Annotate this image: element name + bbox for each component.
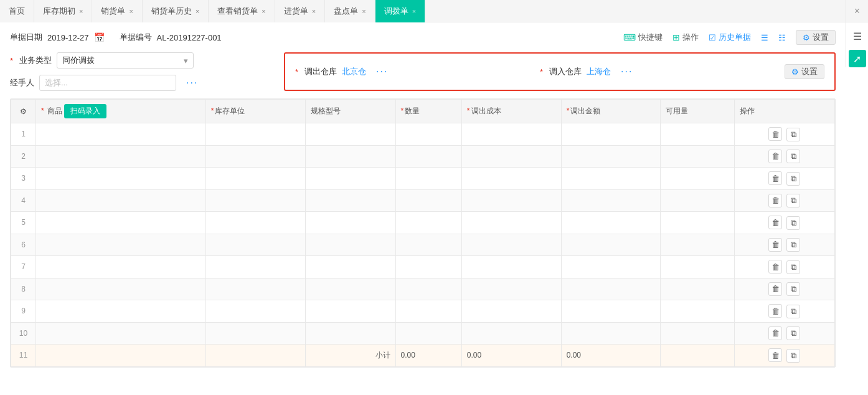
available-cell-8[interactable] [661, 278, 734, 300]
close-inventory-check-icon[interactable]: × [362, 7, 366, 15]
person-more-icon[interactable]: ··· [186, 77, 198, 88]
transfer-cost-cell-4[interactable] [461, 189, 561, 212]
tab-home[interactable]: 首页 [0, 0, 34, 22]
quantity-cell-9[interactable] [395, 300, 461, 323]
transfer-amount-cell-7[interactable] [561, 256, 661, 278]
tab-inventory-init[interactable]: 库存期初 × [34, 0, 92, 22]
transfer-amount-cell-10[interactable] [561, 322, 661, 345]
unit-cell-7[interactable] [205, 256, 305, 278]
spec-cell-10[interactable] [305, 322, 395, 345]
available-cell-5[interactable] [661, 212, 734, 234]
spec-cell-6[interactable] [305, 234, 395, 256]
transfer-amount-cell-6[interactable] [561, 234, 661, 256]
copy-row-icon-4[interactable]: ⧉ [786, 194, 800, 207]
spec-cell-2[interactable] [305, 145, 395, 168]
scan-entry-button[interactable]: 扫码录入 [64, 104, 106, 118]
quantity-cell-6[interactable] [395, 234, 461, 256]
product-cell-6[interactable] [36, 234, 206, 256]
delete-row-icon-9[interactable]: 🗑 [768, 304, 782, 318]
history-button[interactable]: ☑ 历史单据 [709, 32, 751, 43]
tab-sales-history[interactable]: 销货单历史 × [143, 0, 209, 22]
spec-cell-7[interactable] [305, 256, 395, 278]
copy-row-icon-2[interactable]: ⧉ [786, 150, 800, 163]
transfer-cost-cell-6[interactable] [461, 234, 561, 256]
warehouse-settings-button[interactable]: ⚙ 设置 [785, 64, 824, 79]
unit-cell-8[interactable] [205, 278, 305, 300]
transfer-cost-cell-8[interactable] [461, 278, 561, 300]
unit-cell-1[interactable] [205, 123, 305, 146]
tab-view-sales[interactable]: 查看销货单 × [209, 0, 275, 22]
quantity-cell-8[interactable] [395, 278, 461, 300]
transfer-amount-cell-1[interactable] [561, 123, 661, 146]
quantity-cell-5[interactable] [395, 212, 461, 234]
available-cell-10[interactable] [661, 322, 734, 345]
product-cell-5[interactable] [36, 212, 206, 234]
transfer-cost-cell-7[interactable] [461, 256, 561, 278]
transfer-amount-cell-8[interactable] [561, 278, 661, 300]
unit-cell-10[interactable] [205, 322, 305, 345]
copy-row-icon-9[interactable]: ⧉ [786, 305, 800, 318]
delete-row-icon-2[interactable]: 🗑 [768, 150, 782, 163]
close-inventory-init-icon[interactable]: × [79, 7, 83, 15]
delete-row-icon-8[interactable]: 🗑 [768, 282, 782, 296]
person-select[interactable]: 选择... [39, 75, 176, 91]
tab-transfer-order[interactable]: 调拨单 × [375, 0, 425, 22]
subtotal-delete-icon[interactable]: 🗑 [768, 348, 782, 362]
copy-row-icon-6[interactable]: ⧉ [786, 238, 800, 252]
spec-cell-9[interactable] [305, 300, 395, 323]
tab-bar-close-button[interactable]: × [846, 0, 868, 22]
tab-sales-order[interactable]: 销货单 × [92, 0, 142, 22]
spec-cell-8[interactable] [305, 278, 395, 300]
close-purchase-order-icon[interactable]: × [312, 7, 316, 15]
sidebar-list-icon[interactable]: ☰ [849, 27, 866, 45]
operations-button[interactable]: ⊞ 操作 [672, 32, 699, 43]
tab-purchase-order[interactable]: 进货单 × [275, 0, 325, 22]
spec-cell-1[interactable] [305, 123, 395, 146]
quantity-cell-4[interactable] [395, 189, 461, 212]
close-transfer-order-icon[interactable]: × [412, 7, 416, 15]
transfer-cost-cell-3[interactable] [461, 168, 561, 190]
copy-row-icon-3[interactable]: ⧉ [786, 172, 800, 186]
sidebar-expand-icon[interactable]: ➚ [849, 50, 866, 67]
delete-row-icon-6[interactable]: 🗑 [768, 238, 782, 252]
delete-row-icon-10[interactable]: 🗑 [768, 326, 782, 340]
product-cell-7[interactable] [36, 256, 206, 278]
delete-row-icon-1[interactable]: 🗑 [768, 127, 782, 141]
transfer-cost-cell-2[interactable] [461, 145, 561, 168]
transfer-amount-cell-3[interactable] [561, 168, 661, 190]
product-cell-10[interactable] [36, 322, 206, 345]
available-cell-9[interactable] [661, 300, 734, 323]
copy-row-icon-1[interactable]: ⧉ [786, 128, 800, 141]
shortcuts-button[interactable]: ⌨ 快捷键 [623, 32, 663, 43]
transfer-cost-cell-1[interactable] [461, 123, 561, 146]
spec-cell-4[interactable] [305, 189, 395, 212]
layout-list-button[interactable]: ☰ [761, 33, 768, 42]
product-cell-2[interactable] [36, 145, 206, 168]
copy-row-icon-8[interactable]: ⧉ [786, 282, 800, 296]
copy-row-icon-5[interactable]: ⧉ [786, 216, 800, 230]
product-cell-9[interactable] [36, 300, 206, 323]
calendar-icon[interactable]: 📅 [94, 32, 105, 42]
transfer-amount-cell-5[interactable] [561, 212, 661, 234]
transfer-amount-cell-9[interactable] [561, 300, 661, 323]
quantity-cell-10[interactable] [395, 322, 461, 345]
transfer-cost-cell-5[interactable] [461, 212, 561, 234]
subtotal-copy-icon[interactable]: ⧉ [786, 349, 800, 363]
transfer-in-more-icon[interactable]: ··· [621, 66, 633, 77]
spec-cell-3[interactable] [305, 168, 395, 190]
close-view-sales-icon[interactable]: × [262, 7, 265, 15]
available-cell-4[interactable] [661, 189, 734, 212]
quantity-cell-2[interactable] [395, 145, 461, 168]
available-cell-7[interactable] [661, 256, 734, 278]
product-cell-1[interactable] [36, 123, 206, 146]
transfer-cost-cell-9[interactable] [461, 300, 561, 323]
product-cell-3[interactable] [36, 168, 206, 190]
layout-grid-button[interactable]: ☷ [778, 33, 786, 42]
delete-row-icon-5[interactable]: 🗑 [768, 216, 782, 229]
available-cell-3[interactable] [661, 168, 734, 190]
settings-button[interactable]: ⚙ 设置 [796, 30, 836, 45]
unit-cell-2[interactable] [205, 145, 305, 168]
business-type-select[interactable]: 同价调拨 ▾ [57, 52, 194, 69]
delete-row-icon-4[interactable]: 🗑 [768, 194, 782, 207]
unit-cell-5[interactable] [205, 212, 305, 234]
